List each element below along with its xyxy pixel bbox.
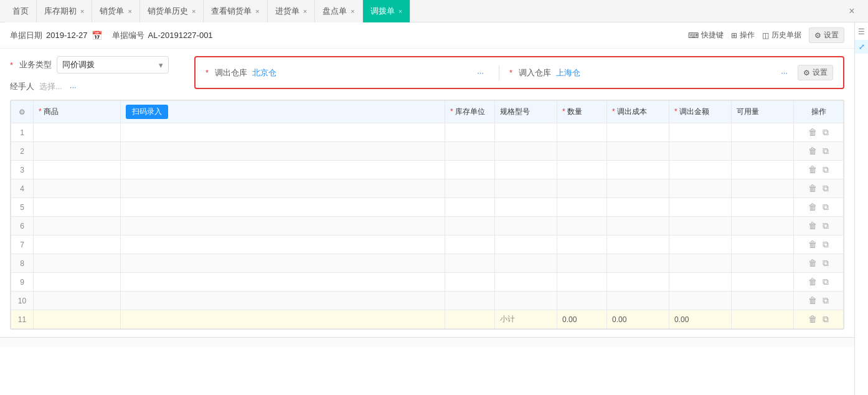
tab-sales-order[interactable]: 销货单 × — [92, 0, 139, 22]
row-qty-9[interactable] — [557, 273, 607, 292]
tab-sales-history[interactable]: 销货单历史 × — [140, 0, 204, 22]
more-dots-operator[interactable]: ··· — [70, 82, 77, 92]
transfer-out-value[interactable]: 北京仓 — [252, 67, 276, 79]
row-qty-10[interactable] — [557, 292, 607, 310]
row-product-9[interactable] — [34, 273, 121, 292]
row-delete-icon-4[interactable]: 🗑 — [808, 183, 817, 193]
row-qty-6[interactable] — [557, 217, 607, 236]
settings-button[interactable]: ⚙ 设置 — [809, 27, 844, 43]
row-unit-2[interactable] — [445, 142, 495, 161]
row-unit-6[interactable] — [445, 217, 495, 236]
row-cost-1[interactable] — [607, 123, 669, 142]
row-copy-icon-8[interactable]: ⧉ — [823, 258, 829, 268]
row-qty-7[interactable] — [557, 236, 607, 254]
row-spec-10[interactable] — [495, 292, 557, 310]
row-copy-icon-6[interactable]: ⧉ — [823, 221, 829, 231]
row-unit-5[interactable] — [445, 198, 495, 217]
row-qty-8[interactable] — [557, 254, 607, 273]
tab-purchase-order-close[interactable]: × — [303, 7, 307, 15]
row-spec-1[interactable] — [495, 123, 557, 142]
row-amount-7[interactable] — [669, 236, 732, 254]
row-delete-icon-1[interactable]: 🗑 — [808, 127, 817, 137]
row-delete-icon-5[interactable]: 🗑 — [808, 202, 817, 212]
row-amount-10[interactable] — [669, 292, 732, 310]
row-delete-icon-7[interactable]: 🗑 — [808, 239, 817, 249]
tab-transfer-order[interactable]: 调拨单 × — [363, 0, 410, 22]
calendar-icon[interactable]: 📅 — [92, 31, 102, 40]
row-amount-8[interactable] — [669, 254, 732, 273]
row-product-2[interactable] — [34, 142, 121, 161]
bottom-scroll-bar[interactable] — [0, 337, 854, 347]
row-copy-icon-5[interactable]: ⧉ — [823, 202, 829, 212]
row-copy-icon-7[interactable]: ⧉ — [823, 239, 829, 249]
row-product-4[interactable] — [34, 179, 121, 198]
row-copy-icon-3[interactable]: ⧉ — [823, 164, 829, 174]
row-unit-1[interactable] — [445, 123, 495, 142]
row-qty-2[interactable] — [557, 142, 607, 161]
tab-transfer-order-close[interactable]: × — [399, 7, 402, 15]
row-qty-4[interactable] — [557, 179, 607, 198]
right-panel-list-icon[interactable]: ☰ — [855, 25, 869, 39]
row-spec-9[interactable] — [495, 273, 557, 292]
row-unit-3[interactable] — [445, 161, 495, 179]
row-delete-icon-2[interactable]: 🗑 — [808, 146, 817, 156]
tab-sales-history-close[interactable]: × — [192, 7, 196, 15]
row-delete-icon-6[interactable]: 🗑 — [808, 221, 817, 231]
row-qty-5[interactable] — [557, 198, 607, 217]
more-dots-transfer-in[interactable]: ··· — [776, 68, 793, 77]
row-unit-7[interactable] — [445, 236, 495, 254]
row-spec-7[interactable] — [495, 236, 557, 254]
row-unit-9[interactable] — [445, 273, 495, 292]
operator-select[interactable]: 选择... ··· — [39, 81, 77, 92]
more-dots-transfer-out[interactable]: ··· — [472, 68, 489, 77]
transfer-in-value[interactable]: 上海仓 — [556, 67, 580, 79]
row-product-7[interactable] — [34, 236, 121, 254]
row-copy-icon-4[interactable]: ⧉ — [823, 183, 829, 193]
row-delete-icon[interactable]: 🗑 — [808, 314, 817, 324]
row-spec-6[interactable] — [495, 217, 557, 236]
row-amount-9[interactable] — [669, 273, 732, 292]
row-amount-6[interactable] — [669, 217, 732, 236]
tab-view-sales[interactable]: 查看销货单 × — [204, 0, 267, 22]
row-product-3[interactable] — [34, 161, 121, 179]
row-unit-10[interactable] — [445, 292, 495, 310]
row-delete-icon-8[interactable]: 🗑 — [808, 258, 817, 268]
row-product-8[interactable] — [34, 254, 121, 273]
row-cost-9[interactable] — [607, 273, 669, 292]
row-copy-icon-2[interactable]: ⧉ — [823, 146, 829, 156]
row-cost-5[interactable] — [607, 198, 669, 217]
scan-button[interactable]: 扫码录入 — [126, 105, 168, 119]
row-unit-8[interactable] — [445, 254, 495, 273]
date-value[interactable]: 2019-12-27 — [46, 31, 88, 40]
row-delete-icon-3[interactable]: 🗑 — [808, 164, 817, 174]
tab-purchase-order[interactable]: 进货单 × — [268, 0, 315, 22]
row-cost-6[interactable] — [607, 217, 669, 236]
business-type-select[interactable]: 同价调拨 ▾ — [57, 56, 169, 74]
row-spec-8[interactable] — [495, 254, 557, 273]
row-product-1[interactable] — [34, 123, 121, 142]
table-settings-icon[interactable]: ⚙ — [19, 108, 26, 117]
row-cost-2[interactable] — [607, 142, 669, 161]
row-cost-3[interactable] — [607, 161, 669, 179]
row-cost-8[interactable] — [607, 254, 669, 273]
row-copy-icon-10[interactable]: ⧉ — [823, 295, 829, 305]
row-unit-4[interactable] — [445, 179, 495, 198]
tab-home[interactable]: 首页 — [5, 0, 37, 22]
row-copy-icon[interactable]: ⧉ — [823, 314, 829, 324]
row-amount-5[interactable] — [669, 198, 732, 217]
row-spec-4[interactable] — [495, 179, 557, 198]
row-delete-icon-9[interactable]: 🗑 — [808, 277, 817, 287]
tab-inventory-count[interactable]: 盘点单 × — [315, 0, 362, 22]
window-close-button[interactable]: × — [841, 0, 863, 22]
row-product-6[interactable] — [34, 217, 121, 236]
section-settings-button[interactable]: ⚙ 设置 — [798, 65, 833, 80]
row-qty-3[interactable] — [557, 161, 607, 179]
row-amount-1[interactable] — [669, 123, 732, 142]
right-panel-expand-icon[interactable]: ⤢ — [855, 40, 869, 54]
row-cost-10[interactable] — [607, 292, 669, 310]
shortcuts-action[interactable]: ⌨ 快捷键 — [688, 30, 724, 40]
tab-inventory-count-close[interactable]: × — [351, 7, 354, 15]
row-copy-icon-9[interactable]: ⧉ — [823, 277, 829, 287]
row-spec-3[interactable] — [495, 161, 557, 179]
row-cost-4[interactable] — [607, 179, 669, 198]
